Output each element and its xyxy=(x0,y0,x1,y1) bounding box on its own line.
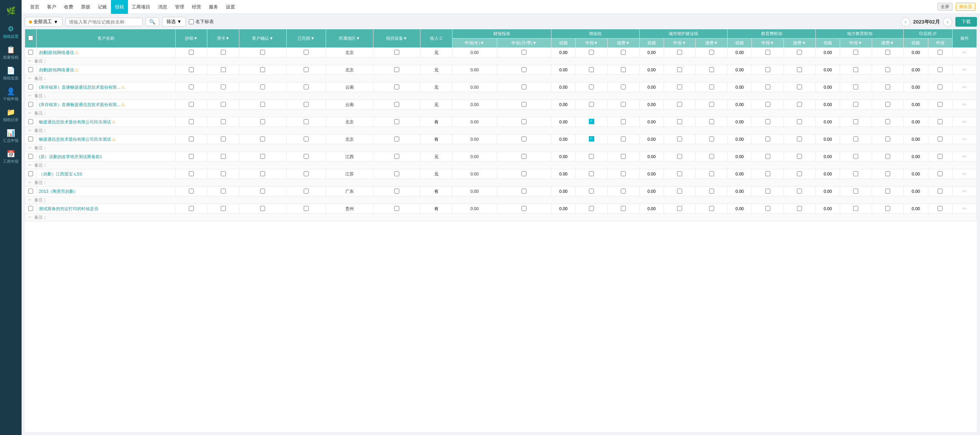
shebei-checkbox[interactable] xyxy=(394,67,399,72)
queren-checkbox[interactable] xyxy=(260,137,265,142)
difang-checkbox1[interactable] xyxy=(853,84,858,89)
wanshui-checkbox[interactable] xyxy=(304,137,309,142)
sidebar-item-gongshangnianbaoo[interactable]: 📅 工商年报 xyxy=(0,147,22,167)
nav-baoshuii[interactable]: 报税 xyxy=(111,0,128,14)
huaka-checkbox[interactable] xyxy=(221,137,226,142)
yinhua-checkbox[interactable] xyxy=(938,189,943,194)
edit-icon[interactable]: ✏ xyxy=(962,206,967,212)
nav-client[interactable]: 客户 xyxy=(43,0,60,14)
sidebar-item-baoshuijilu[interactable]: 📁 报税记录 xyxy=(0,105,22,126)
row-checkbox[interactable] xyxy=(28,67,33,72)
vat-pay-checkbox[interactable] xyxy=(621,119,626,124)
caibao-checkbox1[interactable] xyxy=(521,102,526,107)
jiaoyu-checkbox2[interactable] xyxy=(797,171,802,176)
yinhua-checkbox[interactable] xyxy=(938,102,943,107)
difang-checkbox2[interactable] xyxy=(885,119,890,124)
queren-checkbox[interactable] xyxy=(260,154,265,159)
huaka-checkbox[interactable] xyxy=(221,154,226,159)
sidebar-item-huizongminbao[interactable]: 📊 汇总申报 xyxy=(0,126,22,147)
edit-icon[interactable]: ✏ xyxy=(962,67,967,73)
warning-icon[interactable]: ⚠ xyxy=(75,67,79,72)
caibao-checkbox1[interactable] xyxy=(521,171,526,176)
nav-shoufei[interactable]: 收费 xyxy=(60,0,77,14)
shebei-checkbox[interactable] xyxy=(394,119,399,124)
queren-checkbox[interactable] xyxy=(260,119,265,124)
vat-pay-checkbox[interactable] xyxy=(621,171,626,176)
huaka-checkbox[interactable] xyxy=(221,50,226,55)
select-all-checkbox[interactable] xyxy=(28,35,33,40)
huaka-checkbox[interactable] xyxy=(221,206,226,211)
huaka-checkbox[interactable] xyxy=(221,189,226,194)
shebei-checkbox[interactable] xyxy=(394,102,399,107)
client-name[interactable]: 勿删|新锐网络通信⚠ xyxy=(37,65,176,75)
difang-checkbox1[interactable] xyxy=(853,50,858,55)
yinhua-checkbox[interactable] xyxy=(938,50,943,55)
client-name[interactable]: 测试斯春的凭证打印的时候是否 xyxy=(37,204,176,214)
warning-icon[interactable]: ⚠ xyxy=(121,85,125,89)
edit-icon[interactable]: ✏ xyxy=(962,101,967,108)
queren-checkbox[interactable] xyxy=(260,189,265,194)
difang-checkbox1[interactable] xyxy=(853,67,858,72)
member-button[interactable]: 帅会员 xyxy=(956,3,975,11)
caibao-checkbox1[interactable] xyxy=(521,50,526,55)
edit-icon[interactable]: ✏ xyxy=(962,119,967,125)
huaka-checkbox[interactable] xyxy=(221,102,226,107)
difang-checkbox1[interactable] xyxy=(853,102,858,107)
sidebar-item-gerenzhenbao[interactable]: 👤 个税申报 xyxy=(0,84,22,105)
client-name[interactable]: (库存核算）直播畅捷通信息技术股份有限...⚠ xyxy=(37,100,176,110)
wanshui-checkbox[interactable] xyxy=(304,50,309,55)
chaoshui-checkbox[interactable] xyxy=(189,67,194,72)
yinhua-checkbox[interactable] xyxy=(938,154,943,159)
chengshi-checkbox2[interactable] xyxy=(709,119,714,124)
jiaoyu-checkbox2[interactable] xyxy=(797,154,802,159)
chaoshui-checkbox[interactable] xyxy=(189,137,194,142)
jiaoyu-checkbox1[interactable] xyxy=(765,189,770,194)
next-month-button[interactable]: › xyxy=(943,17,952,27)
nav-fuwu[interactable]: 服务 xyxy=(205,0,222,14)
vat-pay-checkbox[interactable] xyxy=(621,206,626,211)
shebei-checkbox[interactable] xyxy=(394,171,399,176)
wanshui-checkbox[interactable] xyxy=(304,84,309,89)
chengshi-checkbox2[interactable] xyxy=(709,84,714,89)
warning-icon[interactable]: ⚠ xyxy=(112,137,116,142)
yinhua-checkbox[interactable] xyxy=(938,137,943,142)
chengshi-checkbox2[interactable] xyxy=(709,137,714,142)
wanshui-checkbox[interactable] xyxy=(304,171,309,176)
chengshi-checkbox2[interactable] xyxy=(709,154,714,159)
wanshui-checkbox[interactable] xyxy=(304,154,309,159)
yinhua-checkbox[interactable] xyxy=(938,206,943,211)
row-checkbox[interactable] xyxy=(28,50,33,55)
wanshui-checkbox[interactable] xyxy=(304,67,309,72)
client-name[interactable]: （勿删）江西股宝-LSS xyxy=(37,169,176,179)
nav-shezhi[interactable]: 设置 xyxy=(222,0,239,14)
difang-checkbox2[interactable] xyxy=(885,50,890,55)
huaka-checkbox[interactable] xyxy=(221,84,226,89)
nav-jingying[interactable]: 经营 xyxy=(188,0,205,14)
sidebar-item-baoshuishezhi[interactable]: ⚙ 报税设置 xyxy=(0,22,22,42)
yinhua-checkbox[interactable] xyxy=(938,171,943,176)
vat-checkbox[interactable] xyxy=(589,84,594,89)
row-checkbox[interactable] xyxy=(28,119,33,124)
huaka-checkbox[interactable] xyxy=(221,67,226,72)
edit-icon[interactable]: ✏ xyxy=(962,171,967,177)
difang-checkbox1[interactable] xyxy=(853,189,858,194)
warning-icon[interactable]: ⚠ xyxy=(112,120,116,124)
chengshi-checkbox2[interactable] xyxy=(709,189,714,194)
client-name[interactable]: 2013（陶美劳勿删） xyxy=(37,187,176,196)
edit-icon[interactable]: ✏ xyxy=(962,136,967,142)
jiaoyu-checkbox2[interactable] xyxy=(797,137,802,142)
prev-month-button[interactable]: ‹ xyxy=(901,17,910,27)
vat-checkbox[interactable] xyxy=(589,102,594,107)
client-name[interactable]: 畅捷通信息技术股份有限公司民非测试⚠ xyxy=(37,135,176,144)
vat-pay-checkbox[interactable] xyxy=(621,154,626,159)
huaka-checkbox[interactable] xyxy=(221,171,226,176)
caibao-checkbox1[interactable] xyxy=(521,119,526,124)
jiaoyu-checkbox1[interactable] xyxy=(765,206,770,211)
sidebar-item-piliangshuibao[interactable]: 📋 批量报税 xyxy=(0,42,22,63)
name-table-checkbox[interactable] xyxy=(189,19,194,24)
shebei-checkbox[interactable] xyxy=(394,50,399,55)
chengshi-checkbox2[interactable] xyxy=(709,102,714,107)
chaoshui-checkbox[interactable] xyxy=(189,102,194,107)
difang-checkbox2[interactable] xyxy=(885,171,890,176)
difang-checkbox2[interactable] xyxy=(885,154,890,159)
